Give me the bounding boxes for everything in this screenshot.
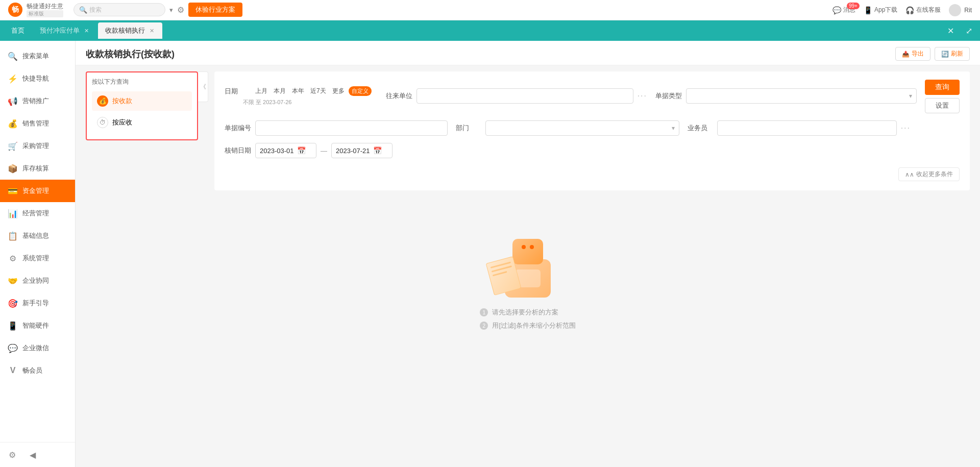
sidebar-item-search-menu[interactable]: 🔍 搜索菜单: [0, 45, 75, 67]
page-actions: 📤 导出 🔄 刷新: [895, 47, 970, 61]
enterprise-icon: 🤝: [8, 276, 17, 285]
date-btn-7days[interactable]: 近7天: [308, 86, 328, 96]
staff-input[interactable]: [717, 120, 897, 136]
doc-type-chevron: ▾: [909, 92, 912, 100]
receivable-icon: ⏱: [97, 117, 108, 128]
filter-by-receivable[interactable]: ⏱ 按应收: [92, 113, 192, 132]
empty-state: 1 请先选择要分析的方案 2 用[过滤]条件来缩小分析范围: [76, 190, 980, 375]
main-layout: 🔍 搜索菜单 ⚡ 快捷导航 📢 营销推广 💰 销售管理 🛒 采购管理 📦: [0, 41, 980, 467]
tab-home[interactable]: 首页: [4, 22, 32, 39]
content-area: 收款核销执行(按收款) 📤 导出 🔄 刷新 按以下方查询 💰: [76, 41, 980, 467]
collapse-more-area: ∧∧ 收起更多条件: [225, 165, 960, 183]
verify-date-end[interactable]: 2023-07-21 📅: [331, 143, 393, 158]
empty-hint-2: 2 用[过滤]条件来缩小分析范围: [480, 321, 575, 330]
staff-dots[interactable]: ···: [901, 124, 911, 133]
sidebar-item-enterprise[interactable]: 🤝 企业协同: [0, 269, 75, 292]
date-btn-this-year[interactable]: 本年: [290, 86, 306, 96]
sidebar-item-member[interactable]: V 畅会员: [0, 359, 75, 382]
date-btn-more[interactable]: 更多: [330, 86, 347, 96]
doc-number-input[interactable]: [255, 120, 448, 136]
sidebar-item-basic-info[interactable]: 📋 基础信息: [0, 225, 75, 247]
date-no-limit: 不限 至 2023-07-26: [225, 99, 378, 106]
industry-btn[interactable]: 休验行业方案: [188, 3, 242, 17]
online-service-btn[interactable]: 🎧 在线客服: [905, 6, 941, 14]
counterparty-input[interactable]: [416, 88, 633, 104]
robot-head: [512, 239, 543, 264]
message-badge: 99+: [847, 3, 860, 9]
query-actions: 查询 设置: [925, 80, 960, 113]
operation-icon: 📊: [8, 209, 17, 218]
tab-prepay[interactable]: 预付冲应付单 ✕: [33, 22, 97, 39]
marketing-icon: 📢: [8, 96, 17, 106]
sidebar-item-quick-nav[interactable]: ⚡ 快捷导航: [0, 67, 75, 90]
robot-eye-right: [530, 245, 534, 249]
tab-receipt-offset-close[interactable]: ✕: [148, 27, 155, 34]
topbar-gear-icon[interactable]: ⚙: [177, 5, 184, 15]
app-logo: 畅: [8, 3, 22, 17]
sidebar-item-system[interactable]: ⚙ 系统管理: [0, 247, 75, 269]
empty-hint-1: 1 请先选择要分析的方案: [480, 308, 575, 317]
sidebar-item-marketing[interactable]: 📢 营销推广: [0, 90, 75, 112]
sidebar-nav: 🔍 搜索菜单 ⚡ 快捷导航 📢 营销推广 💰 销售管理 🛒 采购管理 📦: [0, 41, 75, 442]
sidebar-item-inventory[interactable]: 📦 库存核算: [0, 157, 75, 180]
sidebar-footer: ⚙ ◀: [0, 442, 75, 467]
topbar-right: 💬 消息 99+ 📱 App下载 🎧 在线客服 Rit: [832, 4, 972, 16]
sidebar-item-guide[interactable]: 🎯 新手引导: [0, 292, 75, 314]
verify-date-start[interactable]: 2023-03-01 📅: [255, 143, 316, 158]
filter-box: 按以下方查询 💰 按收款 ⏱ 按应收: [86, 71, 198, 140]
sidebar-item-wechat[interactable]: 💬 企业微信: [0, 337, 75, 359]
doc-type-field: 单据类型 ▾: [655, 88, 917, 104]
user-avatar-area[interactable]: Rit: [949, 4, 972, 16]
doc-number-label: 单据编号: [225, 124, 251, 133]
staff-field: 业务员 ···: [688, 120, 911, 136]
topbar-left: 畅 畅捷通好生意 标准版 🔍 搜索 ▾ ⚙ 休验行业方案: [8, 3, 242, 17]
chevron-up-icon: ∧∧: [905, 171, 914, 178]
doc-type-select[interactable]: ▾: [686, 88, 917, 104]
sidebar-item-smart-hw[interactable]: 📱 智能硬件: [0, 314, 75, 337]
date-btn-last-month[interactable]: 上月: [253, 86, 270, 96]
close-window-btn[interactable]: ✕: [943, 23, 958, 38]
collapse-more-btn[interactable]: ∧∧ 收起更多条件: [898, 167, 960, 181]
sidebar-collapse-btn[interactable]: ◀: [24, 447, 41, 463]
date-label: 日期: [225, 87, 250, 96]
department-field: 部门 ▾: [456, 120, 679, 136]
member-icon: V: [8, 366, 17, 375]
date-btn-this-month[interactable]: 本月: [272, 86, 288, 96]
refresh-btn[interactable]: 🔄 刷新: [935, 47, 970, 61]
empty-hints: 1 请先选择要分析的方案 2 用[过滤]条件来缩小分析范围: [480, 308, 575, 334]
setting-btn[interactable]: 设置: [925, 98, 960, 113]
tab-receipt-offset[interactable]: 收款核销执行 ✕: [98, 22, 162, 39]
filter-row-3: 核销日期 2023-03-01 📅 — 2023-07-21 📅: [225, 143, 960, 158]
calendar-end-icon: 📅: [373, 146, 382, 155]
date-btn-custom[interactable]: 自定义: [349, 86, 372, 96]
receipt-icon: 💰: [97, 95, 108, 107]
filter-by-receipt[interactable]: 💰 按收款: [92, 91, 192, 111]
brand-name: 畅捷通好生意: [27, 3, 63, 10]
topbar-dropdown-icon[interactable]: ▾: [169, 6, 173, 14]
doc-type-label: 单据类型: [655, 91, 682, 101]
system-icon: ⚙: [8, 254, 17, 263]
export-btn[interactable]: 📤 导出: [895, 47, 930, 61]
maximize-btn[interactable]: ⤢: [962, 23, 976, 38]
topbar-search-placeholder[interactable]: 搜索: [89, 6, 102, 14]
verify-date-label: 核销日期: [225, 146, 251, 155]
counterparty-dots[interactable]: ···: [638, 91, 647, 101]
robot-eyes: [512, 239, 543, 249]
tab-prepay-close[interactable]: ✕: [83, 27, 90, 34]
filter-row-1: 日期 上月 本月 本年 近7天 更多 自定义 不限 至 2023-0: [225, 79, 960, 113]
app-download-btn[interactable]: 📱 App下载: [864, 6, 897, 14]
sidebar-settings-btn[interactable]: ⚙: [4, 447, 20, 463]
sidebar-item-operation[interactable]: 📊 经营管理: [0, 202, 75, 225]
smart-hw-icon: 📱: [8, 321, 17, 330]
sidebar-item-finance[interactable]: 💳 资金管理: [0, 180, 75, 202]
inventory-icon: 📦: [8, 164, 17, 173]
filter-collapse-btn[interactable]: 《: [198, 71, 208, 102]
department-select[interactable]: ▾: [485, 120, 679, 136]
robot-eye-left: [522, 245, 526, 249]
sidebar-item-purchase[interactable]: 🛒 采购管理: [0, 135, 75, 157]
query-btn[interactable]: 查询: [925, 80, 960, 95]
sidebar-item-sales[interactable]: 💰 销售管理: [0, 112, 75, 135]
filter-box-title: 按以下方查询: [92, 78, 192, 86]
empty-illustration: [487, 231, 569, 298]
message-btn[interactable]: 💬 消息 99+: [832, 6, 855, 14]
